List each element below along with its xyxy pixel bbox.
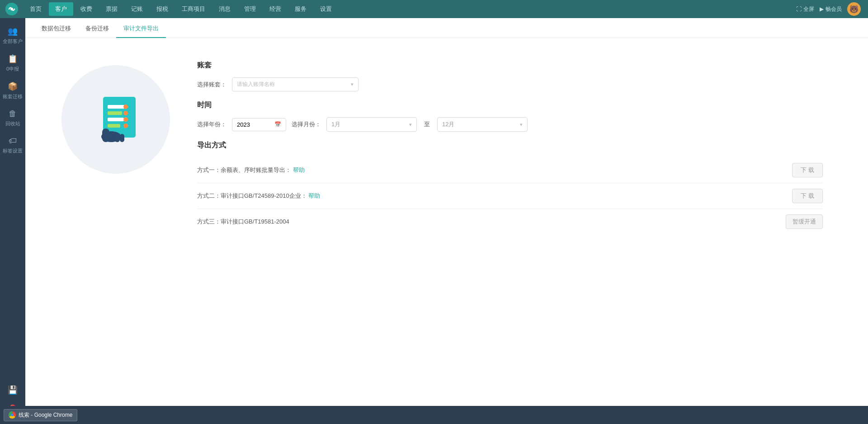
nav-tax[interactable]: 报税 (150, 2, 175, 16)
export-method-1: 方式一：余额表、序时账批量导出： 帮助 下 载 (197, 157, 823, 183)
sidebar-label-customers: 全部客户 (3, 38, 23, 45)
method1-help-link[interactable]: 帮助 (293, 167, 305, 173)
time-form-row: 选择年份： 2023 📅 选择月份： 1月 ▾ 至 12月 ▾ (197, 117, 823, 132)
month-end-select[interactable]: 12月 ▾ (437, 117, 528, 132)
nav-manage[interactable]: 管理 (238, 2, 262, 16)
sidebar-item-zero-declare[interactable]: 📋 0申报 (0, 49, 25, 77)
top-nav-right: ⛶ 全屏 ▶ 畅会员 🐻 (796, 2, 861, 16)
export-method-3: 方式三：审计接口GB/T19581-2004 暂缓开通 (197, 209, 823, 234)
sidebar-item-label-settings[interactable]: 🏷 标签设置 (0, 132, 25, 159)
nav-service[interactable]: 服务 (288, 2, 313, 16)
nav-home[interactable]: 首页 (24, 2, 48, 16)
tab-data-migrate[interactable]: 数据包迁移 (34, 20, 78, 38)
svg-rect-6 (108, 124, 120, 128)
illustration-circle (61, 65, 170, 174)
chevron-down-icon-2: ▾ (409, 122, 412, 128)
method1-text: 方式一：余额表、序时账批量导出： (197, 167, 291, 173)
chevron-down-icon-3: ▾ (520, 122, 523, 128)
form-area: 账套 选择账套： 请输入账簿名称 ▾ 时间 选择年份： 2023 � (179, 56, 841, 406)
member-button[interactable]: ▶ 畅会员 (820, 5, 842, 13)
month-start-value: 1月 (331, 120, 340, 129)
download-icon: 💾 (8, 385, 18, 395)
tab-bar: 数据包迁移 备份迁移 审计文件导出 (25, 18, 868, 38)
method1-text-area: 方式一：余额表、序时账批量导出： 帮助 (197, 166, 305, 174)
svg-rect-14 (115, 133, 120, 142)
sidebar-item-download[interactable]: 💾 (0, 381, 25, 400)
export-method-2: 方式二：审计接口GB/T24589-2010企业： 帮助 下 载 (197, 183, 823, 209)
svg-rect-13 (109, 132, 115, 142)
top-navigation: 首页 客户 收费 票据 记账 报税 工商项目 消息 管理 经营 服务 设置 ⛶ … (0, 0, 868, 18)
fullscreen-button[interactable]: ⛶ 全屏 (796, 5, 814, 13)
time-section-title: 时间 (197, 100, 823, 110)
year-input[interactable]: 2023 📅 (232, 118, 286, 131)
method3-text-area: 方式三：审计接口GB/T19581-2004 (197, 218, 289, 226)
nav-settings[interactable]: 设置 (314, 2, 338, 16)
svg-point-7 (123, 105, 128, 109)
sidebar-label-tag: 标签设置 (3, 148, 23, 154)
svg-point-10 (123, 124, 128, 128)
migrate-icon: 📦 (8, 81, 18, 91)
year-value: 2023 (237, 121, 250, 128)
calendar-icon: 📅 (274, 121, 281, 128)
year-label: 选择年份： (197, 120, 226, 129)
method2-help-link[interactable]: 帮助 (308, 192, 320, 199)
nav-accounting[interactable]: 记账 (125, 2, 149, 16)
svg-rect-3 (108, 105, 126, 109)
nav-operation[interactable]: 经营 (263, 2, 288, 16)
svg-point-9 (123, 117, 128, 122)
tab-backup-migrate[interactable]: 备份迁移 (78, 20, 116, 38)
month-end-value: 12月 (442, 120, 454, 129)
video-icon: ▶ (820, 6, 824, 12)
nav-customer[interactable]: 客户 (49, 2, 73, 16)
to-text: 至 (422, 120, 432, 129)
method2-download-button[interactable]: 下 载 (792, 189, 823, 203)
illustration-svg (80, 83, 152, 156)
nav-fee[interactable]: 收费 (74, 2, 99, 16)
svg-rect-12 (102, 129, 109, 142)
account-section-title: 账套 (197, 61, 823, 70)
method1-download-button[interactable]: 下 载 (792, 163, 823, 177)
page-content: 账套 选择账套： 请输入账簿名称 ▾ 时间 选择年份： 2023 � (25, 38, 868, 424)
month-start-select[interactable]: 1月 ▾ (326, 117, 417, 132)
taskbar: 线索 - Google Chrome (0, 406, 868, 424)
method3-text: 方式三：审计接口GB/T19581-2004 (197, 218, 289, 225)
svg-rect-5 (108, 118, 124, 121)
method2-text-area: 方式二：审计接口GB/T24589-2010企业： 帮助 (197, 192, 320, 200)
customers-icon: 👥 (8, 26, 18, 36)
recycle-icon: 🗑 (9, 109, 17, 119)
nav-items: 首页 客户 收费 票据 记账 报税 工商项目 消息 管理 经营 服务 设置 (24, 2, 796, 16)
sidebar: 👥 全部客户 📋 0申报 📦 账套迁移 🗑 回收站 🏷 标签设置 💾 ❓ (0, 18, 25, 424)
method3-vip-button[interactable]: 暂缓开通 (786, 214, 823, 229)
fullscreen-icon: ⛶ (796, 6, 802, 12)
chrome-icon (9, 411, 16, 419)
avatar[interactable]: 🐻 (847, 2, 861, 16)
svg-rect-4 (108, 111, 122, 115)
declare-icon: 📋 (8, 54, 18, 64)
chevron-down-icon: ▾ (351, 81, 354, 87)
account-select[interactable]: 请输入账簿名称 ▾ (232, 77, 359, 91)
account-label: 选择账套： (197, 81, 226, 89)
method2-text: 方式二：审计接口GB/T24589-2010企业： (197, 192, 307, 199)
sidebar-label-declare: 0申报 (6, 66, 19, 72)
sidebar-item-all-customers[interactable]: 👥 全部客户 (0, 22, 25, 49)
account-placeholder: 请输入账簿名称 (237, 81, 275, 88)
account-form-row: 选择账套： 请输入账簿名称 ▾ (197, 77, 823, 91)
content-area: 数据包迁移 备份迁移 审计文件导出 (25, 18, 868, 424)
sidebar-item-recycle[interactable]: 🗑 回收站 (0, 105, 25, 132)
taskbar-chrome-item[interactable]: 线索 - Google Chrome (4, 409, 77, 421)
month-label: 选择月份： (292, 120, 321, 129)
main-layout: 👥 全部客户 📋 0申报 📦 账套迁移 🗑 回收站 🏷 标签设置 💾 ❓ (0, 18, 868, 424)
nav-business[interactable]: 工商项目 (175, 2, 212, 16)
sidebar-label-migrate: 账套迁移 (3, 93, 23, 100)
illustration-area (52, 56, 179, 406)
nav-message[interactable]: 消息 (212, 2, 237, 16)
taskbar-item-label: 线索 - Google Chrome (19, 411, 72, 419)
sidebar-item-account-migrate[interactable]: 📦 账套迁移 (0, 77, 25, 105)
nav-invoice[interactable]: 票据 (99, 2, 124, 16)
tab-audit-export[interactable]: 审计文件导出 (116, 20, 166, 38)
export-section-title: 导出方式 (197, 141, 823, 150)
svg-point-1 (10, 8, 13, 10)
logo[interactable] (4, 1, 20, 17)
svg-rect-15 (120, 134, 124, 142)
tag-icon: 🏷 (9, 136, 17, 146)
